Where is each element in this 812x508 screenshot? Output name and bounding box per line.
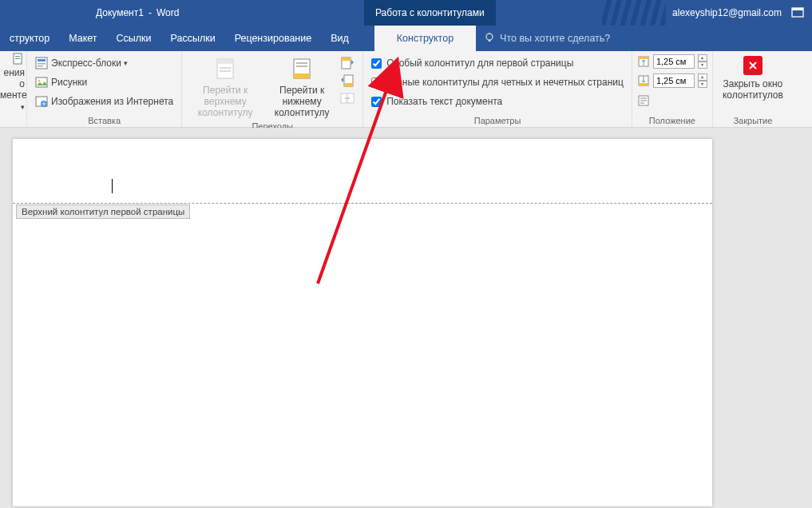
svg-rect-10 [38, 65, 43, 67]
svg-rect-3 [489, 40, 491, 42]
different-first-page-checkbox[interactable]: Особый колонтитул для первой страницы [368, 54, 627, 72]
user-email[interactable]: alexeyship12@gmail.com [672, 7, 782, 18]
svg-rect-9 [38, 63, 46, 65]
goto-header-button: Перейти к верхнему колонтитулу [187, 53, 263, 120]
group-navigation: Перейти к верхнему колонтитулу Перейти к… [182, 51, 363, 127]
tell-me[interactable]: Что вы хотите сделать? [476, 26, 812, 51]
svg-rect-22 [296, 65, 307, 67]
header-top-icon [637, 55, 650, 68]
group-insert: Экспресс-блоки ▾ Рисунки Изображения из … [27, 51, 182, 127]
svg-rect-5 [15, 56, 20, 57]
goto-header-icon [212, 56, 238, 81]
group-close: Закрыть окно колонтитулов Закрытие [713, 51, 793, 127]
doc-info-icon [12, 53, 25, 65]
document-area[interactable]: Верхний колонтитул первой страницы [0, 128, 812, 508]
svg-rect-8 [38, 59, 46, 62]
group-position: ▴▾ ▴▾ Положение [632, 51, 713, 127]
tab-constructor-left[interactable]: структор [0, 26, 59, 51]
svg-rect-11 [36, 77, 47, 87]
svg-rect-18 [220, 70, 231, 72]
doc-title: Документ1 [96, 7, 144, 18]
doc-info-fragment[interactable]: ения о менте ▾ [0, 51, 27, 127]
footer-from-bottom[interactable]: ▴▾ [637, 72, 707, 89]
tab-row: структор Макет Ссылки Рассылки Рецензиро… [0, 26, 812, 51]
svg-rect-20 [294, 73, 310, 78]
online-pictures-button[interactable]: Изображения из Интернета [32, 93, 176, 110]
dropdown-icon: ▾ [124, 59, 128, 67]
spin-up-icon[interactable]: ▴ [698, 54, 707, 62]
group-options: Особый колонтитул для первой страницы Ра… [363, 51, 632, 127]
insert-alignment-tab-icon[interactable] [637, 94, 650, 107]
close-icon [743, 56, 762, 75]
header-top-input[interactable] [653, 54, 695, 69]
group-label-close: Закрытие [718, 114, 788, 127]
tab-view[interactable]: Вид [321, 26, 358, 51]
show-document-text-checkbox[interactable]: Показать текст документа [368, 93, 627, 110]
header-separator [13, 203, 712, 204]
footer-bottom-icon [637, 74, 650, 87]
svg-point-2 [486, 34, 493, 40]
svg-rect-21 [296, 62, 307, 64]
page[interactable]: Верхний колонтитул первой страницы [13, 139, 712, 506]
header-section-tag: Верхний колонтитул первой страницы [16, 204, 190, 219]
group-label-insert: Вставка [32, 114, 176, 127]
pictures-icon [35, 76, 48, 89]
spin-down-icon[interactable]: ▾ [698, 81, 707, 88]
svg-rect-17 [220, 67, 231, 69]
checkbox-icon[interactable] [371, 77, 382, 88]
ribbon: ения о менте ▾ Экспресс-блоки ▾ Рисунки … [0, 51, 812, 128]
different-odd-even-checkbox[interactable]: Разные колонтитулы для четных и нечетных… [368, 73, 627, 91]
svg-rect-29 [345, 97, 350, 99]
title-bar: Документ1 - Word Работа с колонтитулами … [0, 0, 812, 26]
spin-down-icon[interactable]: ▾ [698, 62, 707, 69]
text-cursor [112, 179, 113, 193]
svg-rect-26 [344, 83, 353, 86]
window-title: Документ1 - Word [96, 7, 179, 18]
link-previous-icon[interactable] [340, 91, 355, 105]
express-blocks-button[interactable]: Экспресс-блоки ▾ [32, 54, 176, 72]
bulb-icon [484, 32, 495, 46]
tab-review[interactable]: Рецензирование [225, 26, 322, 51]
title-right: alexeyship12@gmail.com [602, 0, 812, 26]
group-label-options: Параметры [368, 114, 627, 127]
svg-point-12 [38, 80, 41, 82]
footer-bottom-input[interactable] [653, 73, 695, 88]
pictures-button[interactable]: Рисунки [32, 73, 176, 91]
tab-layout[interactable]: Макет [59, 26, 106, 51]
svg-rect-31 [639, 57, 648, 59]
svg-rect-24 [342, 58, 351, 61]
spinner[interactable]: ▴▾ [698, 73, 707, 88]
tab-design-headerfooter[interactable]: Конструктор [374, 26, 476, 51]
title-sep: - [149, 7, 152, 18]
online-pictures-icon [35, 95, 48, 108]
svg-rect-1 [792, 8, 803, 10]
spinner[interactable]: ▴▾ [698, 54, 707, 69]
goto-footer-button[interactable]: Перейти к нижнему колонтитулу [263, 53, 340, 120]
checkbox-icon[interactable] [371, 58, 382, 69]
checkbox-icon[interactable] [371, 97, 382, 107]
svg-rect-16 [217, 59, 233, 64]
previous-section-icon[interactable] [340, 56, 355, 70]
ribbon-display-icon[interactable] [790, 5, 806, 21]
decor-stripes [602, 0, 666, 26]
tab-mailings[interactable]: Рассылки [161, 26, 225, 51]
spin-up-icon[interactable]: ▴ [698, 73, 707, 81]
goto-footer-icon [289, 56, 315, 81]
close-header-footer-button[interactable]: Закрыть окно колонтитулов [718, 53, 788, 114]
contextual-tab-title: Работа с колонтитулами [364, 0, 496, 26]
next-section-icon[interactable] [340, 73, 355, 88]
express-blocks-icon [35, 57, 48, 69]
tab-references[interactable]: Ссылки [107, 26, 161, 51]
svg-rect-6 [15, 58, 20, 59]
svg-rect-33 [639, 83, 648, 85]
header-from-top[interactable]: ▴▾ [637, 53, 707, 70]
group-label-position: Положение [637, 114, 707, 127]
dropdown-icon: ▾ [21, 103, 25, 111]
app-name: Word [156, 7, 179, 18]
